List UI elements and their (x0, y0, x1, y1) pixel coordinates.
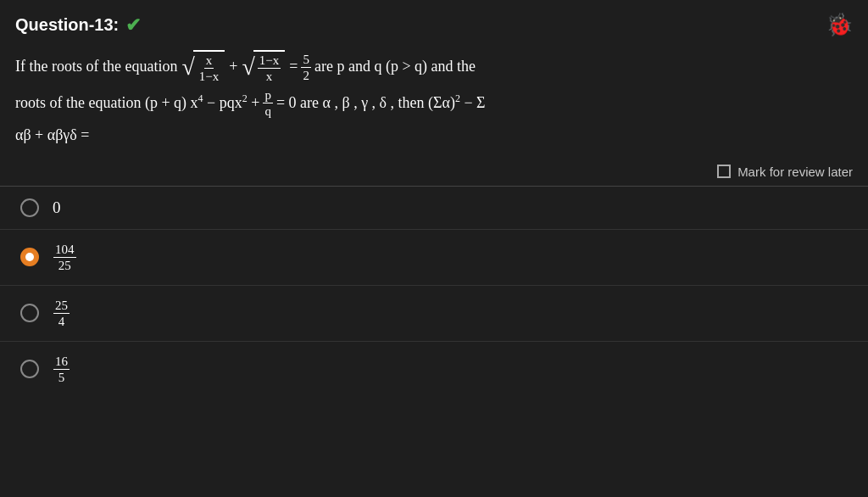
bug-icon[interactable]: 🐞 (826, 12, 853, 38)
fraction-2: 1−x x (258, 53, 281, 84)
question-text-before: If the roots of the equation (15, 53, 177, 81)
question-line-2: roots of the equation (p + q) x4 − pqx2 … (15, 87, 853, 119)
option-label-0: 0 (53, 198, 61, 217)
fraction-1-num: x (204, 53, 214, 69)
rhs-fraction: 5 2 (301, 52, 311, 83)
question-number-label: Question-13: (15, 15, 119, 35)
radio-inner-104-25 (25, 253, 34, 261)
pq-fraction: p q (263, 87, 273, 119)
checkmark-icon: ✔ (125, 14, 141, 36)
opt-num-25: 25 (53, 298, 70, 314)
option-fraction-25-4: 25 4 (53, 298, 70, 329)
fraction-1: x 1−x (198, 53, 220, 84)
radio-button-0[interactable] (20, 198, 39, 217)
pq-fraction-num: p (263, 87, 273, 103)
eq-zero-text: = 0 are α , β , γ , δ , then (Σα)2 − Σ (276, 90, 486, 117)
fraction-1-den: 1−x (198, 69, 220, 84)
question-body: If the roots of the equation √ x 1−x + √… (0, 45, 868, 161)
sqrt-expr-1: √ x 1−x (181, 50, 225, 84)
opt-den-25: 25 (57, 258, 73, 273)
radio-button-104-25[interactable] (20, 248, 39, 266)
opt-den-4: 4 (57, 314, 67, 329)
option-fraction-104-25: 104 25 (53, 242, 76, 273)
sqrt-content-1: x 1−x (193, 50, 225, 84)
are-p-q: are p and q (p > q) and the (314, 53, 476, 81)
opt-den-5: 5 (57, 370, 67, 385)
option-label-25-4: 25 4 (53, 298, 70, 329)
equals-sign: = (289, 53, 298, 81)
main-container: Question-13: ✔ 🐞 If the roots of the equ… (0, 0, 868, 497)
option-item-16-5[interactable]: 16 5 (0, 342, 868, 397)
fraction-2-den: x (264, 69, 275, 84)
opt-num-16: 16 (53, 354, 70, 370)
question-title: Question-13: ✔ (15, 14, 141, 36)
rhs-den: 2 (301, 68, 311, 83)
question-line-1: If the roots of the equation √ x 1−x + √… (15, 50, 853, 84)
opt-num-104: 104 (53, 242, 76, 258)
sqrt-expr-2: √ 1−x x (242, 50, 285, 84)
question-header: Question-13: ✔ 🐞 (0, 0, 868, 45)
sqrt-content-2: 1−x x (253, 50, 285, 84)
option-item-0[interactable]: 0 (0, 187, 868, 230)
roots-text: roots of the equation (p + q) x4 − pqx2 … (15, 90, 259, 117)
rhs-num: 5 (301, 52, 311, 68)
option-label-104-25: 104 25 (53, 242, 77, 273)
fraction-2-num: 1−x (258, 53, 281, 69)
option-item-104-25[interactable]: 104 25 (0, 230, 868, 286)
review-checkbox[interactable] (717, 165, 731, 178)
options-list: 0 104 25 25 4 (0, 187, 868, 397)
option-label-16-5: 16 5 (53, 354, 70, 385)
review-label[interactable]: Mark for review later (737, 165, 853, 179)
radio-button-16-5[interactable] (20, 360, 39, 378)
mark-review-area: Mark for review later (0, 161, 868, 186)
pq-fraction-den: q (263, 103, 273, 119)
option-item-25-4[interactable]: 25 4 (0, 286, 868, 342)
question-line-3: αβ + αβγδ = (15, 122, 853, 149)
radio-button-25-4[interactable] (20, 304, 39, 322)
plus-sign: + (229, 53, 237, 81)
option-fraction-16-5: 16 5 (53, 354, 70, 385)
ab-abgd-text: αβ + αβγδ = (15, 122, 89, 149)
